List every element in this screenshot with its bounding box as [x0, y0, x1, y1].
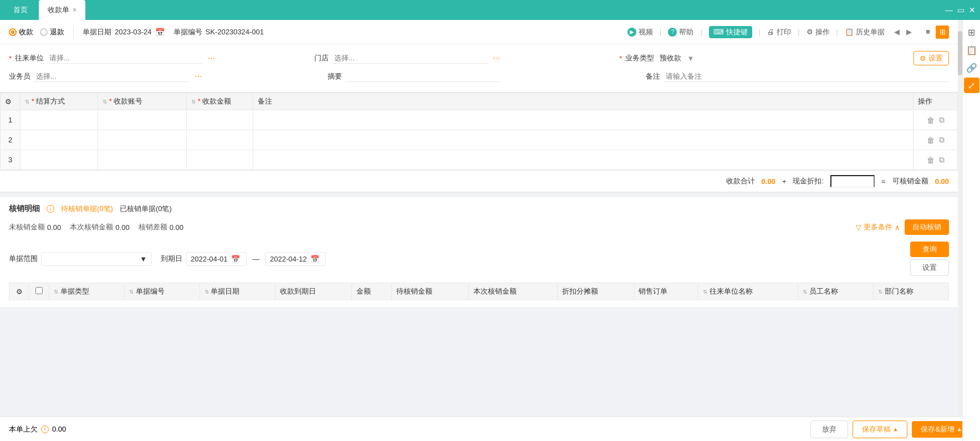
draft-button[interactable]: 保存草稿 ▲	[853, 421, 908, 438]
window-minimize-icon[interactable]: —	[945, 6, 953, 14]
settings-btn2[interactable]: 设置	[910, 259, 949, 276]
shortcut-btn[interactable]: ⌨ 快捷键	[709, 26, 752, 38]
done-tab[interactable]: 已核销单据(0笔)	[120, 204, 172, 214]
date-from-input[interactable]: 2022-04-01 📅	[186, 252, 247, 266]
row-3-method[interactable]	[21, 150, 98, 170]
auto-writeoff-btn[interactable]: 自动核销	[905, 219, 949, 235]
sort-method-icon[interactable]: ⇅	[25, 99, 29, 105]
sort-employee-icon[interactable]: ⇅	[803, 289, 807, 295]
query-btn[interactable]: 查询	[910, 242, 949, 257]
row-3-note[interactable]	[253, 150, 913, 170]
row-1-copy-icon[interactable]: ⧉	[939, 115, 945, 125]
unverified-value: 0.00	[47, 223, 61, 232]
row-1-delete-icon[interactable]: 🗑	[927, 116, 935, 125]
sort-type-icon[interactable]: ⇅	[54, 289, 58, 295]
row-2-amount[interactable]	[187, 130, 253, 150]
window-restore-icon[interactable]: ▭	[957, 6, 964, 14]
sort-account-icon[interactable]: ⇅	[103, 99, 107, 105]
scrollbar-thumb[interactable]	[958, 31, 962, 75]
row-2-method[interactable]	[21, 130, 98, 150]
row-2-delete-icon[interactable]: 🗑	[927, 136, 935, 145]
more-filter-btn[interactable]: ▽ 更多条件 ∧	[856, 222, 900, 232]
pending-tab[interactable]: 待核销单据(0笔)	[61, 204, 113, 214]
scrollbar-track[interactable]	[958, 20, 962, 417]
row-1-amount[interactable]	[187, 110, 253, 130]
row-3-amount[interactable]	[187, 150, 253, 170]
radio-shoukuan[interactable]: 收款	[9, 27, 33, 37]
list-view-btn[interactable]: ≡	[921, 25, 935, 39]
due-date-field: 到期日 2022-04-01 📅 — 2022-04-12 📅	[161, 252, 326, 266]
writeoff-section: 核销明细 i 待核销单据(0笔) 已核销单据(0笔) 未核销金额 0.00 本次…	[0, 197, 958, 307]
summary-field: 摘要	[328, 71, 631, 82]
settings-button[interactable]: ⚙ 设置	[913, 51, 949, 65]
tab-active[interactable]: 收款单 ×	[39, 0, 85, 20]
store-more-icon[interactable]: ···	[493, 53, 500, 63]
row-2-note[interactable]	[253, 130, 913, 150]
abandon-button[interactable]: 放弃	[810, 421, 848, 438]
date-from-value: 2022-04-01	[191, 255, 228, 263]
tab-close-icon[interactable]: ×	[73, 6, 76, 14]
operation-btn[interactable]: ⚙ 操作	[807, 27, 830, 37]
table-gear-th[interactable]: ⚙	[1, 93, 21, 110]
calendar-to-icon[interactable]: 📅	[310, 255, 319, 263]
sidebar-note-icon[interactable]: 📋	[964, 42, 979, 58]
date-icon[interactable]: 📅	[155, 28, 165, 37]
nav-prev-icon[interactable]: ◀	[891, 27, 902, 38]
grid-view-btn[interactable]: ⊞	[936, 25, 949, 39]
help-btn[interactable]: ? 帮助	[668, 27, 693, 37]
info-icon[interactable]: i	[47, 205, 54, 213]
range-select[interactable]: ▼	[41, 252, 152, 266]
sidebar-expand-icon[interactable]: ⤢	[964, 78, 979, 93]
filter-icon: ▽	[856, 223, 861, 232]
row-3-copy-icon[interactable]: ⧉	[939, 155, 945, 165]
partner-more-icon[interactable]: ···	[208, 53, 215, 63]
discount-label: 现金折扣:	[793, 176, 824, 186]
video-btn[interactable]: ▶ 视频	[627, 27, 653, 37]
note-input[interactable]	[663, 71, 949, 82]
sort-partner-icon[interactable]: ⇅	[703, 289, 707, 295]
required-star-account: *	[109, 97, 112, 105]
sort-date-icon[interactable]: ⇅	[205, 289, 209, 295]
partner-input[interactable]	[47, 53, 202, 64]
required-star-method: *	[32, 97, 34, 105]
summary-label: 摘要	[328, 71, 342, 81]
info-icon-footer[interactable]: i	[41, 425, 49, 433]
sidebar-table-icon[interactable]: ⊞	[964, 24, 979, 40]
total-value: 0.00	[762, 177, 775, 186]
filter-chevron-icon: ∧	[895, 223, 900, 232]
save-chevron-icon: ▲	[957, 426, 962, 432]
sidebar-attach-icon[interactable]: 🔗	[964, 60, 979, 75]
employee-input[interactable]	[34, 71, 189, 82]
sort-number-icon[interactable]: ⇅	[129, 289, 134, 295]
store-input[interactable]	[332, 53, 487, 64]
row-1-note[interactable]	[253, 110, 913, 130]
date-to-input[interactable]: 2022-04-12 📅	[265, 252, 326, 266]
row-3-account[interactable]	[98, 150, 187, 170]
sort-dept-icon[interactable]: ⇅	[878, 289, 882, 295]
discount-input[interactable]	[830, 175, 875, 187]
select-all-checkbox[interactable]	[35, 287, 43, 294]
note-label: 备注	[646, 71, 660, 81]
row-2-account[interactable]	[98, 130, 187, 150]
business-field: * 业务类型 预收款 ▼	[619, 53, 909, 63]
window-close-icon[interactable]: ✕	[969, 6, 976, 14]
history-btn[interactable]: 📋 历史单据	[845, 27, 885, 37]
nav-next-icon[interactable]: ▶	[904, 27, 915, 38]
print-btn[interactable]: 🖨 打印	[767, 27, 791, 37]
calendar-from-icon[interactable]: 📅	[231, 255, 240, 263]
bottom-checkbox-th[interactable]	[29, 283, 49, 300]
bottom-gear-th[interactable]: ⚙	[9, 283, 29, 300]
sort-amount-icon[interactable]: ⇅	[191, 99, 196, 105]
row-1-action: 🗑 ⧉	[913, 110, 958, 130]
tab-home[interactable]: 首页	[4, 0, 37, 20]
row-3-delete-icon[interactable]: 🗑	[927, 156, 935, 165]
row-1-account[interactable]	[98, 110, 187, 130]
row-1-method[interactable]	[21, 110, 98, 130]
employee-more-icon[interactable]: ···	[195, 71, 202, 81]
row-2-copy-icon[interactable]: ⧉	[939, 135, 945, 145]
summary-input[interactable]	[345, 71, 501, 82]
radio-tuikuan[interactable]: 退款	[40, 27, 64, 37]
nav-arrows: ◀ ▶	[891, 27, 915, 38]
footer-right: 放弃 保存草稿 ▲ 保存&新增 ▲	[810, 421, 971, 438]
business-dropdown-icon[interactable]: ▼	[687, 54, 694, 63]
